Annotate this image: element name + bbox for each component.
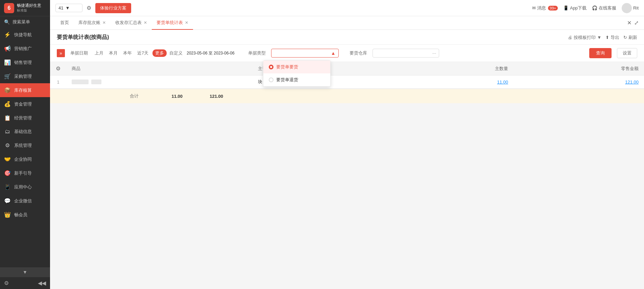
sidebar-item-inventory[interactable]: 📦 库存核算 bbox=[0, 83, 50, 97]
enterprise-icon: 🤝 bbox=[4, 156, 11, 162]
last-month-btn[interactable]: 上月 bbox=[93, 49, 105, 57]
sidebar-item-appstore[interactable]: 📱 应用中心 bbox=[0, 180, 50, 194]
messages-action[interactable]: ✉ 消息 99+ bbox=[532, 5, 558, 11]
total-label: 合计 bbox=[130, 93, 139, 99]
sidebar-item-wechat[interactable]: 💬 企业微信 bbox=[0, 194, 50, 208]
sidebar-item-operation[interactable]: 📋 经营管理 bbox=[0, 111, 50, 125]
main-area: 41 ▼ ⚙ 体验行业方案 ✉ 消息 99+ 📱 App下载 🎧 在线客服 bbox=[50, 0, 644, 289]
app-download-action[interactable]: 📱 App下载 bbox=[563, 5, 587, 11]
tab-close-all-button[interactable]: ✕ bbox=[627, 20, 631, 26]
collapse-button[interactable]: ◀◀ bbox=[38, 280, 46, 286]
column-settings-button[interactable]: ⚙ bbox=[56, 65, 61, 72]
marketing-icon: 📢 bbox=[4, 45, 11, 52]
quick-nav-icon: ⚡ bbox=[4, 31, 11, 38]
sidebar-item-enterprise[interactable]: 🤝 企业协同 bbox=[0, 152, 50, 166]
type-input[interactable] bbox=[274, 51, 331, 56]
quick-nav-label: 快捷导航 bbox=[14, 32, 32, 38]
this-month-btn[interactable]: 本月 bbox=[108, 49, 119, 57]
order-goods-label: 要货单要货 bbox=[276, 64, 298, 70]
tab-collect-send[interactable]: 收发存汇总表 ✕ bbox=[111, 16, 152, 30]
filter-settings-button[interactable]: 设置 bbox=[617, 48, 637, 58]
type-label: 单据类型 bbox=[248, 50, 266, 56]
app-download-label: App下载 bbox=[570, 5, 587, 11]
settings-button[interactable]: ⚙ bbox=[4, 280, 9, 286]
basic-icon: 🗂 bbox=[4, 129, 11, 135]
more-dates-btn[interactable]: 更多 bbox=[152, 49, 167, 57]
dropdown-item-order-return[interactable]: 要货单退货 bbox=[263, 73, 330, 86]
print-template-button[interactable]: 🖨 按模板打印 ▼ bbox=[568, 35, 601, 41]
refresh-label: 刷新 bbox=[628, 35, 637, 41]
operation-label: 经营管理 bbox=[14, 115, 32, 121]
tab-collect-send-label: 收发存汇总表 bbox=[115, 20, 142, 26]
user-area[interactable]: Rit bbox=[622, 3, 639, 13]
tab-maximize-button[interactable]: ⤢ bbox=[634, 20, 639, 26]
online-service-action[interactable]: 🎧 在线客服 bbox=[592, 5, 616, 11]
tab-collect-send-close[interactable]: ✕ bbox=[144, 20, 147, 25]
row-amount[interactable]: 121.00 bbox=[514, 75, 644, 89]
search-menu-item[interactable]: 🔍 搜索菜单 bbox=[0, 16, 50, 28]
messages-badge: 99+ bbox=[548, 6, 558, 10]
store-selector[interactable]: 41 ▼ bbox=[55, 4, 82, 12]
sidebar-item-member[interactable]: 👑 畅会员 bbox=[0, 208, 50, 222]
table-body: 1 块 11.00 121.00 bbox=[50, 75, 644, 89]
col-settings-header: ⚙ bbox=[50, 62, 66, 75]
enterprise-label: 企业协同 bbox=[14, 156, 32, 162]
sidebar-item-basic[interactable]: 🗂 基础信息 bbox=[0, 125, 50, 138]
print-icon: 🖨 bbox=[568, 35, 572, 40]
guide-label: 新手引导 bbox=[14, 170, 32, 176]
custom-date-btn[interactable]: 自定义 bbox=[169, 50, 183, 56]
settings-icon: ⚙ bbox=[4, 280, 9, 286]
sidebar-item-quick-nav[interactable]: ⚡ 快捷导航 bbox=[0, 28, 50, 42]
sidebar-item-system[interactable]: ⚙ 系统管理 bbox=[0, 138, 50, 152]
logo-sub: 标准版 bbox=[17, 8, 41, 13]
system-label: 系统管理 bbox=[14, 142, 32, 149]
radio-order-return bbox=[269, 77, 273, 82]
sidebar-item-finance[interactable]: 💰 资金管理 bbox=[0, 97, 50, 111]
product-code-placeholder bbox=[91, 80, 101, 84]
system-icon: ⚙ bbox=[4, 142, 11, 149]
warehouse-input-wrapper[interactable]: ··· bbox=[373, 49, 439, 58]
last-7-days-btn[interactable]: 近7天 bbox=[136, 49, 150, 57]
sidebar-item-purchase[interactable]: 🛒 采购管理 bbox=[0, 69, 50, 83]
row-no: 1 bbox=[50, 75, 66, 89]
topbar-left: 41 ▼ ⚙ 体验行业方案 bbox=[55, 3, 131, 13]
dropdown-item-order-goods[interactable]: 要货单要货 bbox=[263, 61, 330, 73]
radio-order-goods bbox=[269, 65, 273, 69]
tab-inventory-batch[interactable]: 库存批次账 ✕ bbox=[74, 16, 111, 30]
query-button[interactable]: 查询 bbox=[589, 48, 612, 58]
tab-inventory-batch-close[interactable]: ✕ bbox=[102, 20, 106, 25]
sidebar-item-sales[interactable]: 📊 销售管理 bbox=[0, 55, 50, 69]
operation-icon: 📋 bbox=[4, 115, 11, 121]
filter-expand-button[interactable]: » bbox=[57, 49, 65, 57]
sidebar-item-guide[interactable]: 🎯 新手引导 bbox=[0, 166, 50, 180]
export-icon: ⬆ bbox=[605, 35, 609, 40]
tab-order-stat-close[interactable]: ✕ bbox=[185, 20, 188, 25]
user-name: Rit bbox=[633, 5, 639, 10]
this-year-btn[interactable]: 本年 bbox=[122, 49, 133, 57]
sidebar-nav: ⚡ 快捷导航 📢 营销推广 📊 销售管理 🛒 采购管理 📦 库存核算 💰 资金管… bbox=[0, 28, 50, 267]
user-avatar bbox=[622, 3, 632, 13]
export-button[interactable]: ⬆ 导出 bbox=[605, 35, 619, 41]
appstore-label: 应用中心 bbox=[14, 184, 32, 190]
appstore-icon: 📱 bbox=[4, 184, 11, 190]
finance-icon: 💰 bbox=[4, 101, 11, 107]
messages-label: 消息 bbox=[537, 5, 546, 11]
type-input-wrapper[interactable]: ▲ bbox=[271, 49, 339, 58]
tab-home[interactable]: 首页 bbox=[55, 16, 74, 30]
industry-btn[interactable]: 体验行业方案 bbox=[95, 3, 131, 13]
refresh-button[interactable]: ↻ 刷新 bbox=[623, 35, 637, 41]
sidebar-scroll-down[interactable]: ▼ bbox=[0, 267, 50, 277]
finance-label: 资金管理 bbox=[14, 101, 32, 107]
basic-label: 基础信息 bbox=[14, 129, 32, 135]
type-dropdown-chevron-up-icon[interactable]: ▲ bbox=[331, 50, 336, 56]
headphone-icon: 🎧 bbox=[592, 5, 597, 10]
col-amount-header: 零售金额 bbox=[514, 62, 644, 75]
tab-home-label: 首页 bbox=[60, 20, 69, 26]
print-template-label: 按模板打印 bbox=[574, 35, 596, 41]
sidebar-item-marketing[interactable]: 📢 营销推广 bbox=[0, 42, 50, 55]
warehouse-more-button[interactable]: ··· bbox=[432, 50, 436, 56]
tab-order-stat[interactable]: 要货单统计表 ✕ bbox=[152, 16, 193, 30]
warehouse-input[interactable] bbox=[376, 51, 432, 56]
topbar-gear-button[interactable]: ⚙ bbox=[87, 5, 91, 11]
row-quantity[interactable]: 11.00 bbox=[403, 75, 514, 89]
